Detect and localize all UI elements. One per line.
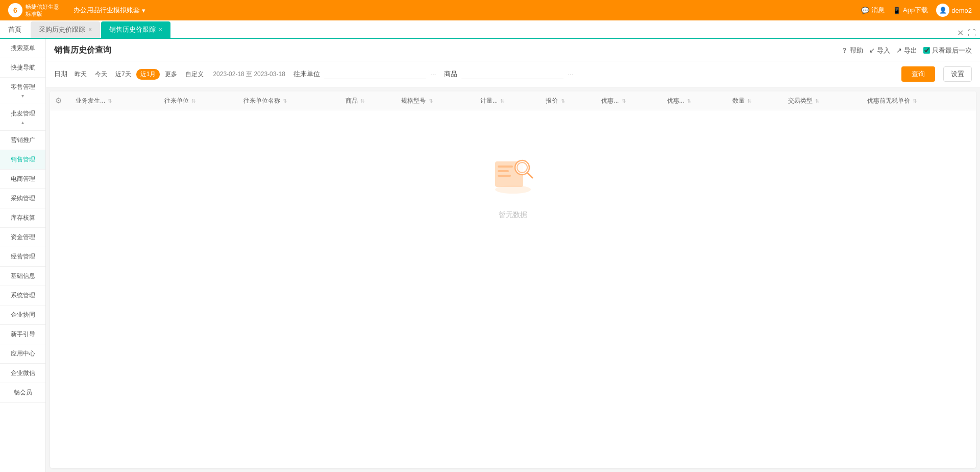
- sidebar-item-sales-mgmt[interactable]: 销售管理: [0, 150, 45, 170]
- sidebar-item-inventory-label: 库存核算: [11, 214, 35, 222]
- sidebar-item-biz-mgmt[interactable]: 经营管理: [0, 247, 45, 267]
- import-button[interactable]: ↙ 导入: [869, 46, 890, 55]
- sidebar-item-ecommerce-mgmt[interactable]: 电商管理: [0, 170, 45, 189]
- sidebar-item-purchase-mgmt[interactable]: 采购管理: [0, 189, 45, 208]
- message-label: 消息: [871, 6, 885, 15]
- sidebar-item-new-guide[interactable]: 新手引导: [0, 325, 45, 344]
- sidebar-item-basic-info[interactable]: 基础信息: [0, 267, 45, 286]
- empty-text-label: 暂无数据: [499, 210, 527, 220]
- app-download-button[interactable]: 📱 App下载: [893, 6, 928, 15]
- sidebar-item-quick-nav-label: 快捷导航: [11, 63, 35, 72]
- tab-sales-history-close-icon[interactable]: ×: [159, 26, 162, 33]
- sidebar-item-quick-nav[interactable]: 快捷导航: [0, 58, 45, 78]
- tab-home[interactable]: 首页: [0, 21, 30, 38]
- sidebar-item-wholesale-mgmt[interactable]: 批发管理 ▴: [0, 104, 45, 131]
- date-btn-7days[interactable]: 近7天: [112, 69, 134, 80]
- sidebar-item-app-center[interactable]: 应用中心: [0, 344, 45, 364]
- query-button[interactable]: 查询: [901, 66, 935, 82]
- th-trade-type-label: 交易类型: [788, 97, 813, 104]
- partner-filter-input[interactable]: [324, 69, 426, 79]
- date-filter-group: 日期 昨天 今天 近7天 近1月 更多 自定义 2023-02-18 至 202…: [54, 69, 285, 80]
- filter-bar: 日期 昨天 今天 近7天 近1月 更多 自定义 2023-02-18 至 202…: [46, 61, 980, 87]
- tab-purchase-history[interactable]: 采购历史价跟踪 ×: [31, 21, 100, 38]
- tab-maximize-icon[interactable]: ⛶: [968, 29, 976, 38]
- th-trade-type[interactable]: 交易类型 ⇅: [783, 91, 862, 110]
- app-selector[interactable]: 办公用品行业模拟账套 ▾: [74, 6, 145, 15]
- sidebar-item-new-guide-label: 新手引导: [11, 330, 35, 339]
- goods-filter-dots-icon[interactable]: ···: [568, 70, 574, 78]
- sidebar-item-finance-mgmt[interactable]: 资金管理: [0, 228, 45, 247]
- help-label: 帮助: [850, 46, 863, 55]
- sidebar-item-retail-mgmt[interactable]: 零售管理 ▾: [0, 78, 45, 104]
- date-btn-custom[interactable]: 自定义: [182, 69, 207, 80]
- only-last-label: 只看最后一次: [932, 46, 972, 55]
- th-biz-date[interactable]: 业务发生... ⇅: [70, 91, 159, 110]
- tab-home-label: 首页: [8, 25, 21, 34]
- th-goods-label: 商品: [346, 97, 358, 104]
- sidebar-item-wholesale-mgmt-label: 批发管理: [11, 109, 35, 118]
- settings-button-wrap: 设置: [943, 66, 972, 82]
- th-partner-code-label: 往来单位: [164, 97, 189, 104]
- sidebar-item-ecommerce-mgmt-label: 电商管理: [11, 175, 35, 183]
- sidebar-item-enterprise-wechat-label: 企业微信: [11, 369, 35, 377]
- user-menu[interactable]: 👤 demo2: [936, 4, 972, 17]
- sidebar-item-enterprise-collab[interactable]: 企业协同: [0, 305, 45, 325]
- tab-close-all-icon[interactable]: ✕: [957, 28, 964, 38]
- help-button[interactable]: ？ 帮助: [841, 46, 863, 55]
- page-header-actions: ？ 帮助 ↙ 导入 ↗ 导出 只看最后一次: [841, 46, 972, 60]
- sidebar-item-purchase-mgmt-label: 采购管理: [11, 194, 35, 203]
- sidebar-item-search-menu[interactable]: 搜索菜单: [0, 39, 45, 58]
- th-discount1[interactable]: 优惠... ⇅: [596, 91, 662, 110]
- goods-filter-group: 商品 ···: [444, 69, 574, 79]
- only-last-checkbox[interactable]: [923, 47, 930, 54]
- sidebar-item-sys-mgmt-label: 系统管理: [11, 291, 35, 300]
- avatar: 👤: [936, 4, 949, 17]
- th-discount1-label: 优惠...: [601, 97, 619, 104]
- th-partner-name[interactable]: 往来单位名称 ⇅: [238, 91, 340, 110]
- th-discount2[interactable]: 优惠... ⇅: [662, 91, 727, 110]
- th-partner-code[interactable]: 往来单位 ⇅: [159, 91, 238, 110]
- export-button[interactable]: ↗ 导出: [896, 46, 917, 55]
- date-btn-today[interactable]: 今天: [92, 69, 110, 80]
- partner-filter-dots-icon[interactable]: ···: [430, 70, 436, 78]
- date-btn-more[interactable]: 更多: [162, 69, 180, 80]
- settings-button[interactable]: 设置: [943, 66, 972, 82]
- app-title: 办公用品行业模拟账套: [74, 6, 140, 15]
- th-qty[interactable]: 数量 ⇅: [727, 91, 783, 110]
- main-layout: 搜索菜单 快捷导航 零售管理 ▾ 批发管理 ▴ 营销推广 销售管理 电商管理 采…: [0, 39, 980, 472]
- goods-filter-input[interactable]: [461, 69, 564, 79]
- sidebar-item-app-center-label: 应用中心: [11, 349, 35, 358]
- tab-sales-history[interactable]: 销售历史价跟踪 ×: [101, 21, 170, 38]
- sort-icon-biz-date: ⇅: [108, 98, 112, 104]
- th-quote[interactable]: 报价 ⇅: [541, 91, 596, 110]
- tab-purchase-history-close-icon[interactable]: ×: [88, 26, 92, 33]
- svg-rect-3: [498, 170, 509, 172]
- sort-icon-pretax-price: ⇅: [913, 98, 917, 104]
- th-quote-label: 报价: [546, 97, 558, 104]
- top-bar: 6 畅捷信好生意 标准版 办公用品行业模拟账套 ▾ 💬 消息 📱 App下载 👤…: [0, 0, 980, 20]
- top-bar-left: 6 畅捷信好生意 标准版 办公用品行业模拟账套 ▾: [8, 3, 145, 18]
- sidebar-item-enterprise-wechat[interactable]: 企业微信: [0, 364, 45, 383]
- top-bar-right: 💬 消息 📱 App下载 👤 demo2: [861, 4, 972, 17]
- message-button[interactable]: 💬 消息: [861, 6, 885, 15]
- filter-action-buttons: 查询: [901, 66, 935, 82]
- only-last-checkbox-wrap[interactable]: 只看最后一次: [923, 46, 972, 55]
- message-icon: 💬: [861, 7, 869, 14]
- sidebar-item-vip-member[interactable]: 畅会员: [0, 383, 45, 403]
- th-spec[interactable]: 规格型号 ⇅: [396, 91, 475, 110]
- date-btn-1month[interactable]: 近1月: [136, 69, 160, 80]
- sort-icon-unit: ⇅: [500, 98, 504, 104]
- data-table: ⚙ 业务发生... ⇅ 往来单位 ⇅ 往来单位名称 ⇅: [50, 91, 976, 110]
- table-header: ⚙ 业务发生... ⇅ 往来单位 ⇅ 往来单位名称 ⇅: [50, 91, 976, 110]
- date-btn-yesterday[interactable]: 昨天: [71, 69, 90, 80]
- sidebar-item-marketing[interactable]: 营销推广: [0, 131, 45, 150]
- table-wrap: ⚙ 业务发生... ⇅ 往来单位 ⇅ 往来单位名称 ⇅: [50, 91, 976, 468]
- sidebar-item-marketing-label: 营销推广: [11, 136, 35, 145]
- th-unit[interactable]: 计量... ⇅: [475, 91, 541, 110]
- sidebar-item-sys-mgmt[interactable]: 系统管理: [0, 286, 45, 305]
- sidebar-item-inventory[interactable]: 库存核算: [0, 208, 45, 228]
- table-settings-icon[interactable]: ⚙: [55, 96, 62, 105]
- tab-bar-right: ✕ ⛶: [957, 28, 980, 38]
- th-goods[interactable]: 商品 ⇅: [340, 91, 396, 110]
- th-pretax-price[interactable]: 优惠前无税单价 ⇅: [862, 91, 976, 110]
